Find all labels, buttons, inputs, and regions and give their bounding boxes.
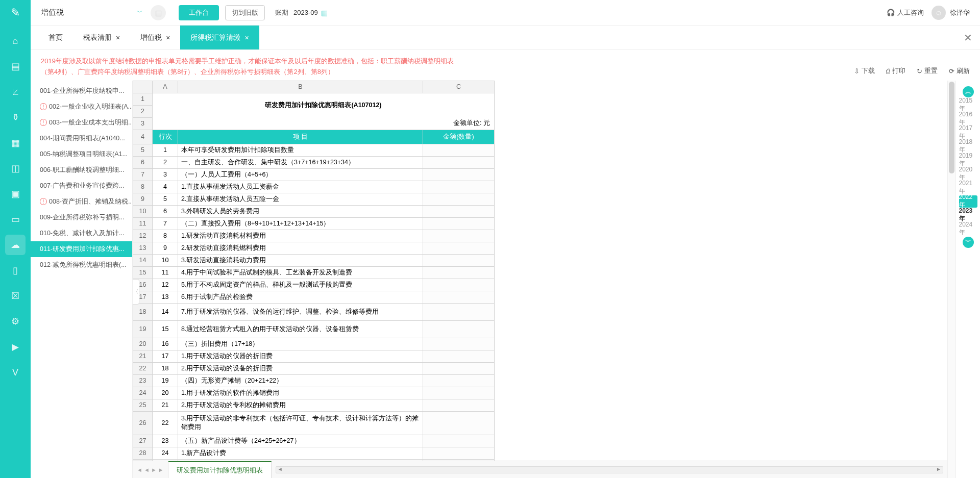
rail-home-icon[interactable]: ⌂ <box>5 31 26 51</box>
reset-button[interactable]: ↻ 重置 <box>917 66 938 76</box>
h-scrollbar[interactable] <box>272 461 947 478</box>
year-up-icon[interactable]: ︽ <box>963 86 974 97</box>
col-header[interactable]: B <box>178 81 423 93</box>
unit-cell: 金额单位: 元 <box>153 117 495 130</box>
row-amount[interactable] <box>423 193 495 205</box>
year-button[interactable]: 2016年 <box>959 113 977 125</box>
row-amount[interactable] <box>423 144 495 156</box>
row-amount[interactable] <box>423 266 495 279</box>
tab-增值税[interactable]: 增值税× <box>130 26 180 49</box>
rail-v-icon[interactable]: V <box>5 362 26 383</box>
content: 2019年度涉及取以前年度结转数据的申报表单元格需要手工维护正确，才能保证本年及… <box>31 50 980 478</box>
row-amount[interactable] <box>423 350 495 362</box>
row-amount[interactable] <box>423 374 495 387</box>
list-icon[interactable]: ▤ <box>151 5 166 20</box>
row-amount[interactable] <box>423 399 495 411</box>
form-list-item[interactable]: 005-纳税调整项目明细表(A1... <box>31 146 132 162</box>
tab-税表清册[interactable]: 税表清册× <box>73 26 130 49</box>
col-header[interactable]: C <box>423 81 495 93</box>
row-amount[interactable] <box>423 320 495 338</box>
form-list-item[interactable]: !003-一般企业成本支出明细... <box>31 115 132 131</box>
avatar[interactable]: ☺ <box>932 6 946 20</box>
old-version-button[interactable]: 切到旧版 <box>225 5 265 20</box>
close-icon[interactable]: × <box>116 34 120 42</box>
rail-report-icon[interactable]: ◫ <box>5 158 26 179</box>
rail-ledger-icon[interactable]: ▤ <box>5 56 26 77</box>
col-header[interactable]: A <box>153 81 178 93</box>
sheet-tab[interactable]: 研发费用加计扣除优惠明细表 <box>168 461 272 478</box>
year-button[interactable]: 2017年 <box>959 127 977 139</box>
row-amount[interactable] <box>423 156 495 168</box>
year-button[interactable]: 2024年 <box>959 223 977 235</box>
close-icon[interactable]: × <box>244 34 249 42</box>
row-item: 8.通过经营租赁方式租入的用于研发活动的仪器、设备租赁费 <box>178 320 423 338</box>
row-amount[interactable] <box>423 291 495 303</box>
rail-treasure-icon[interactable]: ⚱ <box>5 107 26 128</box>
close-icon[interactable]: × <box>166 34 170 42</box>
row-amount[interactable] <box>423 387 495 399</box>
year-down-icon[interactable]: ︾ <box>963 237 974 248</box>
row-amount[interactable] <box>423 230 495 242</box>
year-button[interactable]: 2018年 <box>959 140 977 153</box>
row-amount[interactable] <box>423 205 495 217</box>
year-button[interactable]: 2020年 <box>959 168 977 180</box>
rail-video-icon[interactable]: ▶ <box>5 337 26 357</box>
row-amount[interactable] <box>423 242 495 254</box>
row-amount[interactable] <box>423 435 495 447</box>
rail-form-icon[interactable]: ▣ <box>5 184 26 204</box>
rail-chart-icon[interactable]: ⟀ <box>5 82 26 102</box>
year-button[interactable]: 2022年 <box>959 195 977 208</box>
form-list-item[interactable]: 006-职工薪酬纳税调整明细... <box>31 162 132 178</box>
rail-clipboard-icon[interactable]: ▦ <box>5 133 26 153</box>
row-amount[interactable] <box>423 447 495 459</box>
year-button[interactable]: 2023年 <box>959 209 977 221</box>
form-list-item[interactable]: 004-期间费用明细表(A1040... <box>31 131 132 146</box>
rail-tax-icon[interactable]: ☁ <box>5 235 26 255</box>
row-amount[interactable] <box>423 168 495 181</box>
row-item: 3.研发活动直接消耗动力费用 <box>178 254 423 266</box>
refresh-button[interactable]: ⟳ 刷新 <box>949 66 970 76</box>
row-number: 4 <box>153 181 178 193</box>
tax-type-dropdown[interactable]: 增值税 ﹀ <box>41 8 143 17</box>
row-amount[interactable] <box>423 181 495 193</box>
form-list-item[interactable]: 001-企业所得税年度纳税申... <box>31 83 132 99</box>
spreadsheet[interactable]: ABC1研发费用加计扣除优惠明细表(A107012)23金额单位: 元4行次项 … <box>133 81 947 461</box>
period-value[interactable]: 2023-09 <box>293 9 318 16</box>
rail-settings-icon[interactable]: ⚙ <box>5 311 26 332</box>
form-list-item[interactable]: !002-一般企业收入明细表(A... <box>31 99 132 115</box>
year-button[interactable]: 2021年 <box>959 182 977 194</box>
form-list-item[interactable]: 007-广告费和业务宣传费跨... <box>31 178 132 194</box>
form-item-label: 004-期间费用明细表(A1040... <box>40 134 125 143</box>
rail-inbox-icon[interactable]: ☒ <box>5 286 26 306</box>
form-list-item[interactable]: 011-研发费用加计扣除优惠... <box>31 241 132 257</box>
form-item-label: 010-免税、减计收入及加计... <box>40 229 124 238</box>
workbench-button[interactable]: 工作台 <box>179 5 219 20</box>
rail-doc-icon[interactable]: ▯ <box>5 260 26 281</box>
form-list-item[interactable]: 012-减免所得税优惠明细表(... <box>31 257 132 273</box>
year-button[interactable]: 2019年 <box>959 154 977 166</box>
form-list-item[interactable]: 009-企业所得税弥补亏损明... <box>31 210 132 225</box>
tab-首页[interactable]: 首页 <box>38 26 73 49</box>
help-link[interactable]: 🎧 人工咨询 <box>887 8 924 17</box>
row-amount[interactable] <box>423 254 495 266</box>
row-amount[interactable] <box>423 303 495 320</box>
row-amount[interactable] <box>423 338 495 350</box>
print-button[interactable]: ⎙ 打印 <box>886 66 905 76</box>
collapse-handle[interactable]: 〈 <box>133 279 139 305</box>
close-all-icon[interactable]: ✕ <box>964 32 972 44</box>
row-amount[interactable] <box>423 411 495 435</box>
sheet-nav-arrows[interactable]: ◄ ◄ ► ► <box>133 461 168 478</box>
form-list-item[interactable]: 010-免税、减计收入及加计... <box>31 225 132 241</box>
calendar-icon[interactable]: ▦ <box>321 9 328 17</box>
form-list-item[interactable]: !008-资产折旧、摊销及纳税... <box>31 194 132 210</box>
form-item-label: 008-资产折旧、摊销及纳税... <box>49 197 132 206</box>
year-button[interactable]: 2015年 <box>959 99 977 111</box>
v-scrollbar[interactable]: ▸ <box>947 81 955 478</box>
row-amount[interactable] <box>423 279 495 291</box>
download-button[interactable]: ⇩ 下载 <box>854 66 875 76</box>
row-amount[interactable] <box>423 362 495 374</box>
row-amount[interactable] <box>423 217 495 230</box>
rail-calendar-icon[interactable]: ▭ <box>5 209 26 230</box>
table-header: 金额(数量) <box>423 130 495 144</box>
tab-所得税汇算清缴[interactable]: 所得税汇算清缴× <box>180 26 259 49</box>
